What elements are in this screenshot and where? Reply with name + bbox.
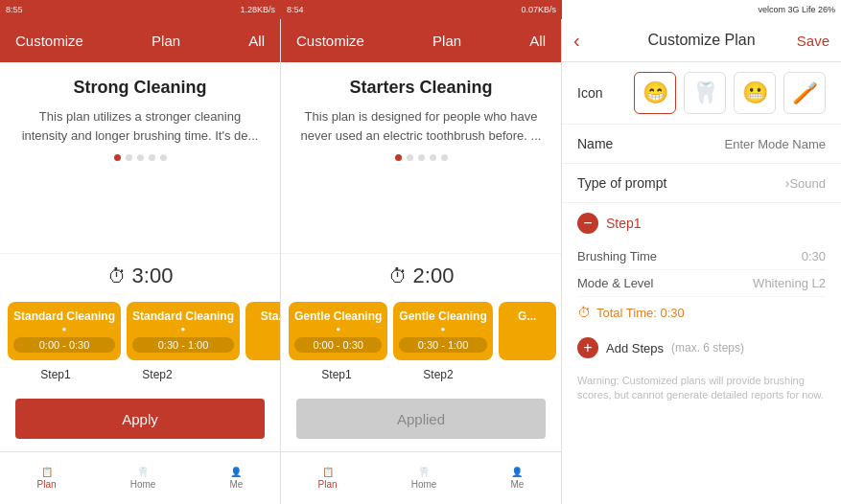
top-bar-right: ‹ Customize Plan Save bbox=[562, 19, 841, 62]
status-bar-right: velcom 3G Life 26% bbox=[562, 0, 841, 19]
prompt-field-row[interactable]: Type of prompt › Sound bbox=[562, 164, 841, 203]
card-content-left: Strong Cleaning This plan utilizes a str… bbox=[0, 62, 280, 254]
timer-value-left: 3:00 bbox=[132, 263, 174, 288]
step-card-left-1: Standard Cleaning ● 0:00 - 0:30 bbox=[8, 302, 121, 360]
step-label-m1: Step1 bbox=[289, 368, 385, 381]
nav-label-home-left: Home bbox=[130, 479, 156, 490]
status-carrier-right: velcom 3G Life 26% bbox=[758, 5, 835, 14]
name-field-label: Name bbox=[577, 136, 682, 151]
nav-item-home-mid[interactable]: 🦷 Home bbox=[411, 467, 437, 490]
timer-mid: ⏱ 2:00 bbox=[281, 254, 561, 298]
status-bar-left: 8:55 1.28KB/s bbox=[0, 0, 281, 19]
nav-all-mid[interactable]: All bbox=[529, 33, 546, 49]
dot-m4 bbox=[430, 154, 436, 161]
step-card-mid-time-2: 0:30 - 1:00 bbox=[399, 337, 486, 353]
nav-all-left[interactable]: All bbox=[248, 33, 265, 49]
dots-left bbox=[15, 154, 265, 161]
mode-level-label: Mode & Level bbox=[577, 276, 753, 290]
panel-left: Customize Plan All Strong Cleaning This … bbox=[0, 19, 281, 504]
card-content-mid: Starters Cleaning This plan is designed … bbox=[281, 62, 561, 254]
nav-label-me-left: Me bbox=[230, 479, 244, 490]
total-time-row: ⏱ Total Time: 0:30 bbox=[562, 297, 841, 328]
step-card-mid-3: G... bbox=[499, 302, 556, 360]
icon-row: Icon 😁 🦷 😬 🪥 bbox=[562, 62, 841, 125]
home-icon-mid: 🦷 bbox=[418, 467, 430, 477]
mode-level-row[interactable]: Mode & Level Whitening L2 bbox=[577, 270, 826, 297]
panel-mid: Customize Plan All Starters Cleaning Thi… bbox=[281, 19, 562, 504]
icon-option-2[interactable]: 🦷 bbox=[684, 72, 726, 114]
nav-item-home-left[interactable]: 🦷 Home bbox=[130, 467, 156, 490]
nav-plan-left[interactable]: Plan bbox=[152, 33, 180, 49]
top-nav-left: Customize Plan All bbox=[0, 19, 280, 62]
step-card-title-2: Standard Cleaning bbox=[132, 309, 234, 323]
dot-m2 bbox=[407, 154, 413, 161]
back-button[interactable]: ‹ bbox=[573, 30, 580, 52]
add-steps-row: + Add Steps (max. 6 steps) bbox=[562, 328, 841, 368]
step1-header: − Step1 bbox=[577, 203, 826, 243]
steps-scroll-left[interactable]: Standard Cleaning ● 0:00 - 0:30 Standard… bbox=[0, 298, 280, 368]
dot-5 bbox=[160, 154, 167, 161]
dot-m3 bbox=[418, 154, 425, 161]
step-card-left-2: Standard Cleaning ● 0:30 - 1:00 bbox=[127, 302, 240, 360]
top-nav-mid: Customize Plan All bbox=[281, 19, 561, 62]
step-card-mid-title-2: Gentle Cleaning bbox=[399, 309, 486, 323]
step1-detail: − Step1 Brushing Time 0:30 Mode & Level … bbox=[562, 203, 841, 297]
nav-item-me-left[interactable]: 👤 Me bbox=[230, 467, 244, 490]
timer-icon-mid: ⏱ bbox=[388, 265, 408, 287]
step-card-time-1: 0:00 - 0:30 bbox=[13, 337, 115, 353]
brushing-time-row[interactable]: Brushing Time 0:30 bbox=[577, 243, 826, 270]
plan-icon-mid: 📋 bbox=[322, 467, 334, 477]
timer-icon-total: ⏱ bbox=[577, 305, 591, 320]
dot-4 bbox=[149, 154, 155, 161]
card-title-left: Strong Cleaning bbox=[15, 78, 265, 98]
icon-label: Icon bbox=[577, 85, 624, 101]
step-card-mid-title-1: Gentle Cleaning bbox=[294, 309, 382, 323]
panel-right: ‹ Customize Plan Save Icon 😁 🦷 😬 🪥 Name … bbox=[562, 19, 841, 504]
nav-item-plan-mid[interactable]: 📋 Plan bbox=[318, 467, 338, 490]
step-card-mid-time-1: 0:00 - 0:30 bbox=[294, 337, 382, 353]
apply-area-mid: Applied bbox=[281, 389, 561, 448]
icon-option-4[interactable]: 🪥 bbox=[783, 72, 826, 114]
name-field-row: Name bbox=[562, 125, 841, 164]
applied-button-mid[interactable]: Applied bbox=[296, 399, 546, 439]
plan-icon-left: 📋 bbox=[41, 467, 53, 477]
dot-2 bbox=[126, 154, 132, 161]
remove-step1-button[interactable]: − bbox=[577, 213, 598, 234]
step-card-title-1: Standard Cleaning bbox=[13, 309, 115, 323]
step-card-mid-1: Gentle Cleaning ● 0:00 - 0:30 bbox=[289, 302, 387, 360]
bottom-nav-left: 📋 Plan 🦷 Home 👤 Me bbox=[0, 451, 280, 504]
add-step-button[interactable]: + bbox=[577, 337, 598, 358]
warning-text: Warning: Customized plans will provide b… bbox=[562, 368, 841, 413]
status-stats-left: 1.28KB/s bbox=[240, 5, 275, 14]
nav-label-plan-left: Plan bbox=[37, 479, 57, 490]
step-label-2: Step2 bbox=[109, 368, 205, 381]
me-icon-mid: 👤 bbox=[511, 467, 523, 477]
icon-options: 😁 🦷 😬 🪥 bbox=[634, 72, 826, 114]
timer-value-mid: 2:00 bbox=[413, 263, 455, 288]
nav-label-plan-mid: Plan bbox=[318, 479, 338, 490]
save-button[interactable]: Save bbox=[797, 33, 829, 49]
icon-option-1[interactable]: 😁 bbox=[634, 72, 676, 114]
card-desc-left: This plan utilizes a stronger cleaning i… bbox=[15, 107, 265, 145]
step-label-1: Step1 bbox=[8, 368, 104, 381]
nav-customize-left[interactable]: Customize bbox=[15, 33, 83, 49]
step-card-mid-title-3: G... bbox=[504, 309, 550, 323]
name-input[interactable] bbox=[682, 137, 826, 151]
steps-scroll-mid[interactable]: Gentle Cleaning ● 0:00 - 0:30 Gentle Cle… bbox=[281, 298, 561, 368]
prompt-field-value: Sound bbox=[789, 176, 826, 191]
panel-title-right: Customize Plan bbox=[647, 32, 755, 49]
nav-customize-mid[interactable]: Customize bbox=[296, 33, 364, 49]
icon-option-3[interactable]: 😬 bbox=[734, 72, 776, 114]
nav-plan-mid[interactable]: Plan bbox=[432, 33, 461, 49]
nav-item-me-mid[interactable]: 👤 Me bbox=[511, 467, 525, 490]
apply-area-left: Apply bbox=[0, 389, 280, 448]
timer-icon-left: ⏱ bbox=[107, 265, 127, 287]
step-label-row-left: Step1 Step2 bbox=[0, 368, 280, 389]
apply-button-left[interactable]: Apply bbox=[15, 399, 265, 439]
add-steps-label: Add Steps bbox=[606, 341, 664, 355]
dot-m1 bbox=[395, 154, 402, 161]
card-desc-mid: This plan is designed for people who hav… bbox=[296, 107, 546, 145]
step-label-row-mid: Step1 Step2 bbox=[281, 368, 561, 389]
nav-item-plan-left[interactable]: 📋 Plan bbox=[37, 467, 57, 490]
add-steps-max: (max. 6 steps) bbox=[671, 341, 744, 355]
